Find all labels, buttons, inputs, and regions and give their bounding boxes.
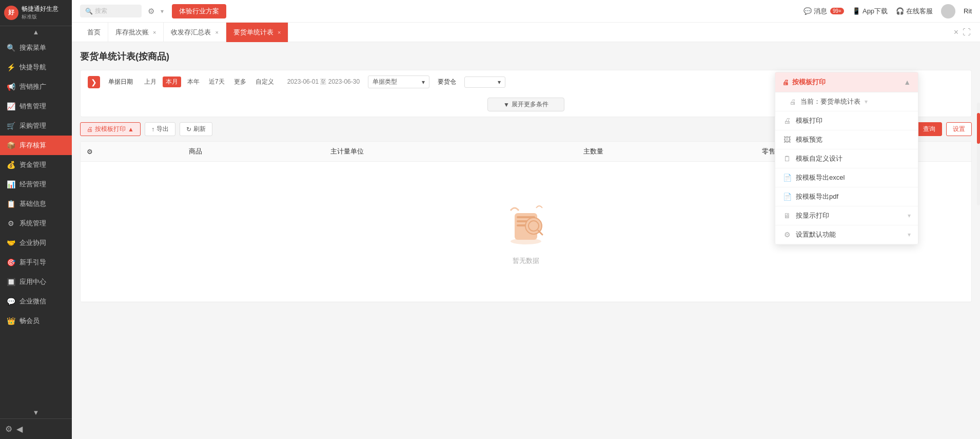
header-app-download[interactable]: 📱 App下载 bbox=[852, 7, 888, 16]
right-scrollbar[interactable] bbox=[977, 103, 980, 205]
tab-order-stats[interactable]: 要货单统计表 × bbox=[226, 23, 288, 42]
set-default-label: 设置默认功能 bbox=[796, 230, 904, 239]
export-icon: ↑ bbox=[151, 126, 154, 133]
sidebar-item-guide[interactable]: 🎯 新手引导 bbox=[0, 253, 72, 272]
sidebar-logo: 好 畅捷通好生意 标准版 bbox=[0, 0, 72, 26]
service-label: 在线客服 bbox=[906, 7, 933, 16]
dropdown-export-pdf[interactable]: 📄 按模板导出pdf bbox=[775, 187, 918, 206]
sidebar-item-member[interactable]: 👑 畅会员 bbox=[0, 311, 72, 331]
display-print-icon: 🖥 bbox=[782, 212, 792, 220]
excel-icon: 📄 bbox=[782, 174, 792, 182]
refresh-icon: ↻ bbox=[186, 126, 191, 133]
tab-receipt-summary[interactable]: 收发存汇总表 × bbox=[164, 23, 226, 42]
date-option-last-month[interactable]: 上月 bbox=[141, 77, 160, 87]
tab-batch-account[interactable]: 库存批次账 × bbox=[108, 23, 164, 42]
sidebar-item-inventory[interactable]: 📦 库存核算 bbox=[0, 136, 72, 155]
tab-receipt-summary-close[interactable]: × bbox=[215, 29, 218, 35]
tab-home[interactable]: 首页 bbox=[80, 23, 108, 42]
settings-button[interactable]: 设置 bbox=[946, 122, 972, 136]
current-template-label: 当前：要货单统计表 bbox=[800, 97, 860, 106]
sidebar-item-enterprise[interactable]: 🤝 企业协同 bbox=[0, 233, 72, 253]
inventory-icon: 📦 bbox=[6, 141, 15, 149]
dropdown-current-template[interactable]: 🖨 当前：要货单统计表 ▾ bbox=[775, 92, 918, 111]
tab-batch-account-close[interactable]: × bbox=[153, 29, 156, 35]
dropdown-close-button[interactable]: ▲ bbox=[904, 78, 911, 86]
header-dropdown-arrow[interactable]: ▾ bbox=[161, 8, 164, 15]
trial-button[interactable]: 体验行业方案 bbox=[172, 4, 226, 18]
custom-design-label: 模板自定义设计 bbox=[796, 154, 911, 163]
header-message[interactable]: 💬 消息 99+ bbox=[803, 7, 844, 16]
date-option-more[interactable]: 更多 bbox=[231, 77, 249, 87]
sidebar-item-enterprise-label: 企业协同 bbox=[19, 238, 46, 247]
sidebar-item-wxwork[interactable]: 💬 企业微信 bbox=[0, 292, 72, 311]
sidebar-item-guide-label: 新手引导 bbox=[19, 258, 46, 267]
export-button[interactable]: ↑ 导出 bbox=[145, 122, 175, 136]
warehouse-select[interactable]: ▾ bbox=[464, 77, 505, 88]
header-right: 💬 消息 99+ 📱 App下载 🎧 在线客服 Rit bbox=[803, 4, 972, 18]
avatar[interactable] bbox=[941, 4, 955, 18]
set-default-arrow: ▾ bbox=[908, 231, 911, 238]
pdf-icon: 📄 bbox=[782, 193, 792, 201]
bill-type-select[interactable]: 单据类型 ▾ bbox=[368, 75, 429, 88]
col-product: 商品 bbox=[183, 142, 324, 162]
display-print-arrow: ▾ bbox=[908, 212, 911, 219]
sidebar-item-wxwork-label: 企业微信 bbox=[19, 297, 46, 306]
sidebar-item-quicknav[interactable]: ⚡ 快捷导航 bbox=[0, 58, 72, 77]
query-button[interactable]: 查询 bbox=[916, 122, 942, 136]
tab-maximize[interactable]: ⛶ bbox=[962, 27, 972, 38]
dropdown-custom-design[interactable]: 🗒 模板自定义设计 bbox=[775, 149, 918, 168]
sidebar-item-marketing[interactable]: 📢 营销推广 bbox=[0, 77, 72, 97]
display-print-label: 按显示打印 bbox=[796, 211, 904, 220]
apps-icon: 🔲 bbox=[6, 278, 15, 286]
date-range: 2023-06-01 至 2023-06-30 bbox=[287, 78, 360, 86]
date-option-7days[interactable]: 近7天 bbox=[206, 77, 228, 87]
sidebar-item-finance[interactable]: 💰 资金管理 bbox=[0, 155, 72, 175]
dropdown-display-print[interactable]: 🖥 按显示打印 ▾ bbox=[775, 206, 918, 225]
date-option-this-month[interactable]: 本月 bbox=[163, 77, 181, 87]
current-template-icon: 🖨 bbox=[790, 98, 796, 106]
header-online-service[interactable]: 🎧 在线客服 bbox=[896, 7, 933, 16]
dropdown-print-template[interactable]: 🖨 模板打印 bbox=[775, 111, 918, 130]
preview-icon: 🖼 bbox=[782, 136, 792, 144]
dropdown-preview-template[interactable]: 🖼 模板预览 bbox=[775, 130, 918, 149]
expand-label: 展开更多条件 bbox=[512, 100, 548, 109]
header-gear-icon[interactable]: ⚙ bbox=[148, 7, 154, 16]
sidebar-item-operations-label: 经营管理 bbox=[19, 180, 46, 189]
filter-toggle-button[interactable]: ❯ bbox=[88, 76, 100, 88]
dropdown-set-default[interactable]: ⚙ 设置默认功能 ▾ bbox=[775, 225, 918, 244]
refresh-button[interactable]: ↻ 刷新 bbox=[180, 122, 212, 136]
refresh-label: 刷新 bbox=[193, 125, 206, 133]
print-template-button[interactable]: 🖨 按模板打印 ▲ bbox=[80, 122, 141, 136]
sidebar-item-member-label: 畅会员 bbox=[19, 316, 40, 326]
sidebar-item-search[interactable]: 🔍 搜索菜单 bbox=[0, 38, 72, 58]
sidebar-item-inventory-label: 库存核算 bbox=[19, 141, 46, 150]
tab-right-controls: × ⛶ bbox=[953, 27, 972, 38]
sidebar-item-basic[interactable]: 📋 基础信息 bbox=[0, 194, 72, 214]
logo-text-block: 畅捷通好生意 标准版 bbox=[22, 5, 58, 21]
header-search-bar[interactable]: 🔍 搜索 bbox=[80, 5, 142, 17]
date-option-custom[interactable]: 自定义 bbox=[252, 77, 277, 87]
sidebar-item-operations[interactable]: 📊 经营管理 bbox=[0, 175, 72, 194]
tab-close-window[interactable]: × bbox=[953, 27, 959, 38]
print-icon: 🖨 bbox=[87, 126, 93, 133]
dropdown-export-excel[interactable]: 📄 按模板导出excel bbox=[775, 168, 918, 187]
sidebar-item-apps-label: 应用中心 bbox=[19, 277, 46, 287]
message-icon: 💬 bbox=[803, 7, 812, 15]
date-option-this-year[interactable]: 本年 bbox=[184, 77, 203, 87]
operations-icon: 📊 bbox=[6, 180, 15, 188]
tab-order-stats-close[interactable]: × bbox=[278, 29, 281, 35]
print-template-item-label: 模板打印 bbox=[796, 116, 911, 125]
col-settings[interactable]: ⚙ bbox=[81, 142, 183, 162]
sidebar-item-apps[interactable]: 🔲 应用中心 bbox=[0, 272, 72, 292]
sidebar-item-system[interactable]: ⚙ 系统管理 bbox=[0, 214, 72, 233]
filter-expand-button[interactable]: ▼ 展开更多条件 bbox=[487, 98, 564, 111]
sidebar-scroll-down[interactable]: ▼ bbox=[0, 407, 72, 418]
member-icon: 👑 bbox=[6, 317, 15, 325]
settings-icon[interactable]: ⚙ bbox=[5, 424, 12, 434]
sidebar-item-sales[interactable]: 📈 销售管理 bbox=[0, 97, 72, 116]
app-download-label: App下载 bbox=[863, 7, 888, 16]
sidebar-item-purchase[interactable]: 🛒 采购管理 bbox=[0, 116, 72, 136]
collapse-icon[interactable]: ◀ bbox=[16, 424, 23, 434]
sidebar-item-quicknav-label: 快捷导航 bbox=[19, 63, 46, 72]
sidebar-scroll-up[interactable]: ▲ bbox=[0, 26, 72, 38]
